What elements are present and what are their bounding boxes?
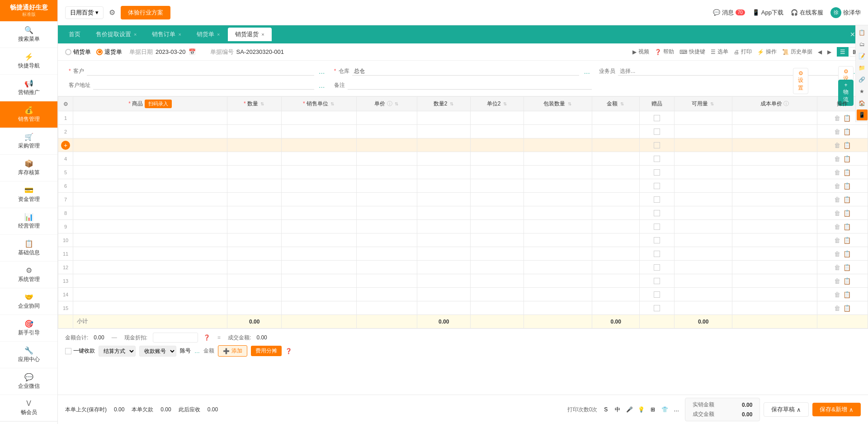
- gift-cb-13[interactable]: [654, 278, 660, 284]
- row-gift-cell[interactable]: [640, 193, 675, 206]
- address-dots-icon[interactable]: …: [317, 82, 327, 89]
- history-action[interactable]: 📜 历史单据: [782, 48, 812, 56]
- row-gift-cell[interactable]: [640, 138, 675, 152]
- row-unit-cell[interactable]: [282, 220, 357, 233]
- row-cost-cell[interactable]: [732, 206, 817, 220]
- select-action[interactable]: ☰ 选单: [711, 48, 728, 56]
- row-pkg-cell[interactable]: [524, 193, 592, 206]
- row-unit2-cell[interactable]: [471, 288, 524, 301]
- tab-0[interactable]: 首页: [61, 28, 88, 41]
- row-amount-cell[interactable]: [592, 206, 640, 220]
- toolbar-icon-2[interactable]: 中: [613, 405, 623, 414]
- tab-4[interactable]: 销货退货×: [228, 28, 271, 41]
- row-available-cell[interactable]: [675, 288, 732, 301]
- row-cost-cell[interactable]: [732, 179, 817, 193]
- tab-close-4[interactable]: ×: [261, 32, 264, 37]
- warehouse-input[interactable]: [352, 67, 580, 76]
- row-qty-cell[interactable]: [227, 233, 282, 247]
- copy-icon-2[interactable]: 📋: [843, 128, 851, 135]
- unit-sort-icon[interactable]: ⇅: [330, 101, 334, 106]
- row-unit2-cell[interactable]: [471, 179, 524, 193]
- message-item[interactable]: 💬 消息 70: [713, 9, 745, 17]
- sidebar-item-8[interactable]: 📋 基础信息: [0, 235, 57, 262]
- gift-cb-3[interactable]: [654, 142, 660, 148]
- row-amount-cell[interactable]: [592, 125, 640, 138]
- row-available-cell[interactable]: [675, 125, 732, 138]
- delete-icon-3[interactable]: 🗑: [834, 142, 840, 149]
- row-goods-cell[interactable]: [73, 247, 227, 261]
- row-price-cell[interactable]: [356, 301, 417, 315]
- row-pkg-cell[interactable]: [524, 301, 592, 315]
- qty-sort-icon[interactable]: ⇅: [260, 101, 264, 106]
- gift-cb-14[interactable]: [654, 291, 660, 298]
- row-unit-cell[interactable]: [282, 166, 357, 179]
- row-amount-cell[interactable]: [592, 288, 640, 301]
- row-cost-cell[interactable]: [732, 247, 817, 261]
- amount-sort-icon[interactable]: ⇅: [620, 101, 624, 106]
- radio-sale[interactable]: 销货单: [65, 48, 91, 56]
- industry-dropdown[interactable]: 日用百货 ▾: [65, 6, 104, 19]
- sidebar-item-0[interactable]: 🔍 搜索菜单: [0, 21, 57, 48]
- row-cost-cell[interactable]: [732, 261, 817, 274]
- row-gift-cell[interactable]: [640, 179, 675, 193]
- row-unit2-cell[interactable]: [471, 193, 524, 206]
- row-goods-cell[interactable]: [73, 193, 227, 206]
- row-goods-cell[interactable]: [73, 288, 227, 301]
- gear-icon[interactable]: ⚙: [63, 101, 68, 107]
- scan-btn[interactable]: 扫码录入: [145, 100, 172, 108]
- row-cost-cell[interactable]: [732, 125, 817, 138]
- row-qty-cell[interactable]: [227, 288, 282, 301]
- sidebar-item-2[interactable]: 📢 营销推广: [0, 75, 57, 101]
- row-available-cell[interactable]: [675, 206, 732, 220]
- row-unit-cell[interactable]: [282, 247, 357, 261]
- row-cost-cell[interactable]: [732, 301, 817, 315]
- row-qty-cell[interactable]: [227, 274, 282, 288]
- calendar-icon[interactable]: 📅: [189, 48, 196, 55]
- sidebar-item-3[interactable]: 💰 销售管理: [0, 101, 57, 128]
- row-qty-cell[interactable]: [227, 125, 282, 138]
- date-value[interactable]: 2023-03-20: [156, 48, 186, 55]
- row-unit-cell[interactable]: [282, 206, 357, 220]
- row-available-cell[interactable]: [675, 179, 732, 193]
- row-price-cell[interactable]: [356, 166, 417, 179]
- row-qty2-cell[interactable]: [417, 125, 471, 138]
- customer-dots-icon[interactable]: …: [317, 68, 327, 75]
- row-price-cell[interactable]: [356, 152, 417, 166]
- gift-cb-9[interactable]: [654, 224, 660, 230]
- rp-btn-4[interactable]: 📁: [857, 62, 868, 73]
- delete-icon-7[interactable]: 🗑: [834, 196, 840, 203]
- row-cost-cell[interactable]: [732, 111, 817, 125]
- toolbar-icon-4[interactable]: 💡: [636, 405, 646, 414]
- delete-icon-13[interactable]: 🗑: [834, 277, 840, 285]
- row-pkg-cell[interactable]: [524, 179, 592, 193]
- delete-icon-15[interactable]: 🗑: [834, 305, 840, 312]
- available-sort-icon[interactable]: ⇅: [710, 101, 714, 106]
- row-unit-cell[interactable]: [282, 125, 357, 138]
- row-unit-cell[interactable]: [282, 233, 357, 247]
- discount-help-icon[interactable]: ❓: [203, 334, 210, 341]
- row-amount-cell[interactable]: [592, 138, 640, 152]
- sidebar-item-7[interactable]: 📊 经营管理: [0, 208, 57, 235]
- copy-icon-1[interactable]: 📋: [843, 114, 851, 122]
- account-method-select[interactable]: 结算方式: [99, 346, 136, 357]
- sidebar-item-12[interactable]: 🔧 应用中心: [0, 342, 57, 368]
- unit2-sort-icon[interactable]: ⇅: [503, 101, 507, 106]
- row-qty-cell[interactable]: [227, 152, 282, 166]
- row-unit2-cell[interactable]: [471, 233, 524, 247]
- row-unit-cell[interactable]: [282, 138, 357, 152]
- view-grid-btn[interactable]: ☰: [837, 47, 849, 57]
- delete-icon-11[interactable]: 🗑: [834, 250, 840, 257]
- row-available-cell[interactable]: [675, 138, 732, 152]
- row-price-cell[interactable]: [356, 220, 417, 233]
- row-gift-cell[interactable]: [640, 233, 675, 247]
- gift-cb-2[interactable]: [654, 129, 660, 135]
- row-pkg-cell[interactable]: [524, 125, 592, 138]
- delete-icon-8[interactable]: 🗑: [834, 210, 840, 217]
- row-gift-cell[interactable]: [640, 301, 675, 315]
- row-pkg-cell[interactable]: [524, 247, 592, 261]
- row-unit-cell[interactable]: [282, 193, 357, 206]
- add-row-btn[interactable]: +: [61, 141, 70, 150]
- toolbar-icon-1[interactable]: S: [601, 405, 611, 414]
- row-pkg-cell[interactable]: [524, 111, 592, 125]
- copy-icon-4[interactable]: 📋: [843, 155, 851, 162]
